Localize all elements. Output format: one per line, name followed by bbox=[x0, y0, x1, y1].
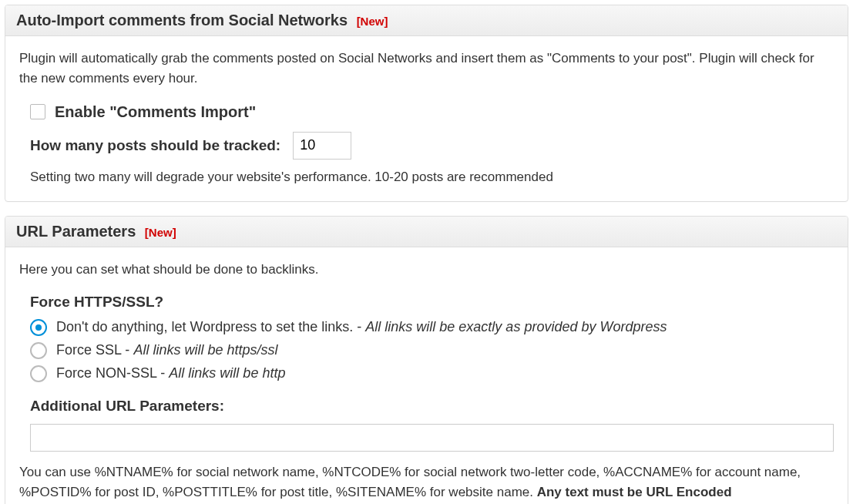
section-title: Auto-Import comments from Social Network… bbox=[16, 12, 348, 29]
section-description: Plugin will automatically grab the comme… bbox=[19, 49, 834, 89]
help-text-tokens: You can use %NTNAME% for social network … bbox=[19, 462, 834, 503]
option-note: All links will be http bbox=[169, 365, 285, 381]
new-badge: [New] bbox=[145, 226, 176, 239]
enable-comments-import-checkbox[interactable] bbox=[30, 104, 45, 119]
option-text: Force SSL - bbox=[56, 342, 133, 358]
enable-label: Enable "Comments Import" bbox=[55, 100, 256, 124]
additional-url-params-input[interactable] bbox=[30, 424, 834, 452]
ssl-option-none[interactable]: Don't do anything, let Wordpress to set … bbox=[30, 317, 834, 338]
radio-icon bbox=[30, 319, 47, 336]
track-hint: Setting two many will degrade your websi… bbox=[19, 167, 834, 187]
section-title: URL Parameters bbox=[16, 223, 136, 240]
radio-icon bbox=[30, 342, 47, 359]
url-parameters-panel: URL Parameters [New] Here you can set wh… bbox=[5, 216, 848, 504]
posts-tracked-input[interactable] bbox=[293, 132, 351, 160]
track-row: How many posts should be tracked: bbox=[19, 132, 834, 160]
track-label: How many posts should be tracked: bbox=[30, 134, 280, 156]
section-description: Here you can set what should be done to … bbox=[19, 260, 834, 280]
panel-header-url-params: URL Parameters [New] bbox=[5, 217, 848, 247]
additional-url-params-label: Additional URL Parameters: bbox=[30, 395, 834, 417]
radio-icon bbox=[30, 365, 47, 382]
option-note: All links will be exactly as provided by… bbox=[365, 319, 667, 334]
ssl-option-force-non-ssl[interactable]: Force NON-SSL - All links will be http bbox=[30, 363, 834, 385]
panel-body: Here you can set what should be done to … bbox=[5, 247, 848, 504]
option-note: All links will be https/ssl bbox=[133, 342, 277, 358]
enable-row: Enable "Comments Import" bbox=[19, 100, 834, 124]
panel-body: Plugin will automatically grab the comme… bbox=[5, 36, 848, 201]
auto-import-panel: Auto-Import comments from Social Network… bbox=[5, 5, 848, 202]
new-badge: [New] bbox=[357, 15, 388, 28]
force-ssl-label: Force HTTPS/SSL? bbox=[30, 291, 834, 313]
option-text: Don't do anything, let Wordpress to set … bbox=[56, 319, 365, 334]
option-text: Force NON-SSL - bbox=[56, 365, 169, 381]
panel-header-auto-import: Auto-Import comments from Social Network… bbox=[5, 5, 848, 36]
ssl-option-force-ssl[interactable]: Force SSL - All links will be https/ssl bbox=[30, 340, 834, 361]
help-strong: Any text must be URL Encoded bbox=[537, 485, 732, 499]
